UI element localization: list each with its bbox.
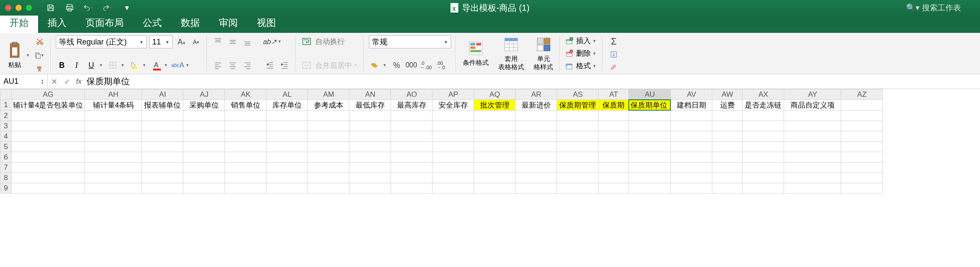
cell-AJ1[interactable]: 采购单位 [183,100,225,111]
col-header-AV[interactable]: AV [671,89,712,100]
font-size-select[interactable]: 11▼ [149,35,173,48]
cell-AT9[interactable] [599,183,629,194]
font-color-button[interactable]: A [150,59,162,71]
cell-AS9[interactable] [557,183,599,194]
align-right-icon[interactable] [241,59,253,71]
cell-AT8[interactable] [599,173,629,183]
minimize-window-button[interactable] [16,5,22,11]
row-header-9[interactable]: 9 [0,183,12,194]
cell-AN6[interactable] [349,152,391,162]
insert-cells-button[interactable]: 插入▼ [565,36,598,46]
align-top-icon[interactable] [212,35,224,48]
fill-color-button[interactable] [128,59,141,71]
cut-icon[interactable] [34,35,46,48]
cell-AR3[interactable] [516,121,557,131]
cell-AT2[interactable] [599,111,629,121]
cell-AV8[interactable] [671,173,712,183]
cell-AM4[interactable] [308,131,349,142]
bold-button[interactable]: B [56,59,68,71]
cell-AY7[interactable] [784,162,841,173]
cell-AU2[interactable] [629,111,671,121]
row-header-4[interactable]: 4 [0,131,12,142]
cell-AZ6[interactable] [841,152,883,162]
cell-AR1[interactable]: 最新进价 [516,100,557,111]
cell-AG6[interactable] [12,152,85,162]
font-name-select[interactable]: 等线 Regular (正文)▼ [56,35,147,48]
cell-AJ5[interactable] [183,142,225,152]
cell-AO9[interactable] [391,183,432,194]
cell-AL1[interactable]: 库存单位 [266,100,308,111]
copy-icon[interactable]: ▼ [34,49,46,61]
col-header-AM[interactable]: AM [308,89,349,100]
cell-AL8[interactable] [266,173,308,183]
row-header-7[interactable]: 7 [0,162,12,173]
autosum-icon[interactable]: Σ [608,35,620,48]
cell-AI3[interactable] [142,121,183,131]
cell-AR8[interactable] [516,173,557,183]
col-header-AG[interactable]: AG [12,89,85,100]
col-header-AZ[interactable]: AZ [841,89,883,100]
cell-AQ7[interactable] [474,162,516,173]
formula-input[interactable]: 保质期单位 [84,76,980,87]
cell-AL6[interactable] [266,152,308,162]
cell-AK4[interactable] [225,131,266,142]
cell-AI8[interactable] [142,173,183,183]
cell-AU9[interactable] [629,183,671,194]
format-cells-button[interactable]: 格式▼ [565,61,598,71]
row-header-2[interactable]: 2 [0,111,12,121]
cell-AI5[interactable] [142,142,183,152]
cell-AH2[interactable] [85,111,142,121]
cell-AL7[interactable] [266,162,308,173]
cell-AU4[interactable] [629,131,671,142]
cell-AJ6[interactable] [183,152,225,162]
cell-AQ9[interactable] [474,183,516,194]
align-center-icon[interactable] [227,59,239,71]
cell-AH4[interactable] [85,131,142,142]
redo-icon[interactable]: ▼ [102,2,113,13]
cell-AP5[interactable] [432,142,474,152]
cell-AY9[interactable] [784,183,841,194]
cell-AJ4[interactable] [183,131,225,142]
cell-AS5[interactable] [557,142,599,152]
cell-AJ3[interactable] [183,121,225,131]
cell-AS6[interactable] [557,152,599,162]
cell-AX3[interactable] [743,121,784,131]
col-header-AT[interactable]: AT [599,89,629,100]
cell-AK1[interactable]: 销售单位 [225,100,266,111]
cell-AL5[interactable] [266,142,308,152]
cell-AG1[interactable]: 辅计量4是否包装单位 [12,100,85,111]
cell-AV2[interactable] [671,111,712,121]
cell-AT3[interactable] [599,121,629,131]
cell-AM2[interactable] [308,111,349,121]
cell-AZ8[interactable] [841,173,883,183]
cell-AI6[interactable] [142,152,183,162]
cell-AY5[interactable] [784,142,841,152]
cell-AV3[interactable] [671,121,712,131]
cell-AJ9[interactable] [183,183,225,194]
cell-AY4[interactable] [784,131,841,142]
namebox-down[interactable]: ▼ [39,82,45,85]
cell-AZ3[interactable] [841,121,883,131]
cell-AX2[interactable] [743,111,784,121]
format-as-table-button[interactable]: 套用 表格格式 [496,36,526,71]
cell-AQ6[interactable] [474,152,516,162]
cell-AY6[interactable] [784,152,841,162]
cell-AI4[interactable] [142,131,183,142]
cell-AP2[interactable] [432,111,474,121]
align-left-icon[interactable] [212,59,224,71]
cell-AV7[interactable] [671,162,712,173]
clear-icon[interactable] [608,61,620,72]
cell-AP9[interactable] [432,183,474,194]
cell-AN8[interactable] [349,173,391,183]
cell-AU7[interactable] [629,162,671,173]
cell-AR5[interactable] [516,142,557,152]
decrease-decimal-icon[interactable]: .00→.0 [435,59,447,71]
cell-AO7[interactable] [391,162,432,173]
cell-AL3[interactable] [266,121,308,131]
merge-center-icon[interactable] [301,59,313,71]
cell-AR6[interactable] [516,152,557,162]
increase-indent-icon[interactable] [279,59,291,71]
cell-AZ1[interactable] [841,100,883,111]
fullscreen-window-button[interactable] [26,5,32,11]
col-header-AY[interactable]: AY [784,89,841,100]
